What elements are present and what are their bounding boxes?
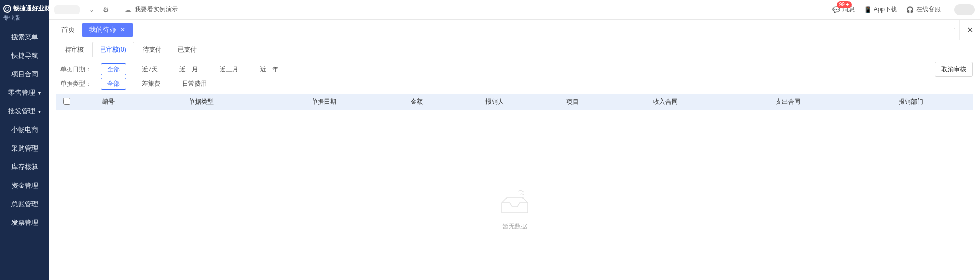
col-expense-contract: 支出合同 (727, 94, 850, 110)
tab-home[interactable]: 首页 (54, 23, 82, 37)
sidebar-item-finance[interactable]: 资金管理 (0, 176, 49, 195)
filter-date-label: 单据日期： (56, 65, 91, 74)
brand-name: 畅捷通好业财 (13, 4, 51, 13)
todo-table: 编号 单据类型 单据日期 金额 报销人 项目 收入合同 支出合同 报销部门 (56, 94, 973, 110)
topbar: ⌄ ⚙ ☁ 我要看实例演示 💬 消息 99 + 📱 App下载 🎧 在线客服 (49, 0, 980, 20)
demo-link[interactable]: ☁ 我要看实例演示 (124, 5, 178, 14)
filters: 单据日期： 全部 近7天 近一月 近三月 近一年 取消审核 单据类型： 全部 差… (49, 58, 980, 91)
col-doc-date: 单据日期 (263, 94, 385, 110)
brand-block: 畅捷通好业财 专业版 (0, 0, 49, 24)
demo-link-label: 我要看实例演示 (135, 5, 178, 14)
page-tabs: 首页 我的待办 ✕ ⋮⋮ ✕ (49, 20, 980, 40)
subtab-audited[interactable]: 已审核(0) (92, 42, 134, 57)
type-chip-all[interactable]: 全部 (101, 78, 126, 90)
col-dept: 报销部门 (850, 94, 972, 110)
sidebar-item-contracts[interactable]: 项目合同 (0, 65, 49, 84)
sidebar-item-retail[interactable]: 零售管理▾ (0, 84, 49, 102)
sidebar-items: 搜索菜单 快捷导航 项目合同 零售管理▾ 批发管理▾ 小畅电商 采购管理 库存核… (0, 24, 49, 280)
type-chip-daily[interactable]: 日常费用 (176, 78, 213, 89)
messages-button[interactable]: 💬 消息 99 + (832, 5, 855, 14)
mobile-icon: 📱 (864, 6, 872, 13)
col-project: 项目 (541, 94, 604, 110)
topbar-actions: 💬 消息 99 + 📱 App下载 🎧 在线客服 (832, 4, 975, 15)
close-icon[interactable]: ✕ (120, 26, 125, 34)
date-chip-1y[interactable]: 近一年 (254, 64, 285, 75)
sidebar-item-invoice[interactable]: 发票管理 (0, 213, 49, 232)
empty-state: 暂无数据 (56, 187, 973, 231)
sidebar-item-ecommerce[interactable]: 小畅电商 (0, 121, 49, 139)
org-selector[interactable]: ⌄ ⚙ (54, 5, 109, 14)
type-chip-travel[interactable]: 差旅费 (136, 78, 167, 89)
cloud-icon: ☁ (124, 6, 132, 14)
divider (117, 5, 117, 14)
subtab-pending-pay[interactable]: 待支付 (135, 42, 169, 57)
cancel-audit-button[interactable]: 取消审核 (935, 62, 973, 77)
col-amount: 金额 (386, 94, 449, 110)
sidebar-item-ledger[interactable]: 总账管理 (0, 195, 49, 213)
subtab-paid[interactable]: 已支付 (170, 42, 204, 57)
chevron-down-icon: ▾ (38, 109, 41, 114)
col-doc-type: 单据类型 (140, 94, 263, 110)
col-income-contract: 收入合同 (604, 94, 727, 110)
date-chip-1m[interactable]: 近一月 (173, 64, 204, 75)
date-chip-3m[interactable]: 近三月 (214, 64, 244, 75)
empty-text: 暂无数据 (502, 222, 527, 231)
tabs-close-all[interactable]: ✕ (959, 20, 980, 40)
empty-box-icon (497, 187, 533, 218)
tab-my-todo[interactable]: 我的待办 ✕ (82, 23, 133, 37)
tabs-drag-handle[interactable]: ⋮⋮ (954, 20, 959, 40)
date-chip-all[interactable]: 全部 (101, 63, 126, 75)
sidebar-item-wholesale[interactable]: 批发管理▾ (0, 102, 49, 121)
sidebar-item-search[interactable]: 搜索菜单 (0, 28, 49, 46)
avatar[interactable] (954, 4, 975, 15)
subtab-pending-audit[interactable]: 待审核 (57, 42, 91, 57)
messages-badge: 99 + (837, 1, 852, 8)
support-button[interactable]: 🎧 在线客服 (906, 5, 941, 14)
col-check (57, 94, 77, 110)
filter-type-label: 单据类型： (56, 79, 91, 88)
headset-icon: 🎧 (906, 6, 914, 13)
sidebar-item-purchase[interactable]: 采购管理 (0, 139, 49, 158)
gear-icon[interactable]: ⚙ (103, 6, 109, 14)
sidebar-item-inventory[interactable]: 库存核算 (0, 158, 49, 176)
table-wrap: 编号 单据类型 单据日期 金额 报销人 项目 收入合同 支出合同 报销部门 (49, 91, 980, 231)
main-region: ⌄ ⚙ ☁ 我要看实例演示 💬 消息 99 + 📱 App下载 🎧 在线客服 (49, 0, 980, 280)
app-download-button[interactable]: 📱 App下载 (864, 5, 897, 14)
brand-edition: 专业版 (3, 14, 46, 22)
col-claimant: 报销人 (448, 94, 541, 110)
sidebar: 畅捷通好业财 专业版 搜索菜单 快捷导航 项目合同 零售管理▾ 批发管理▾ 小畅… (0, 0, 49, 280)
sidebar-item-quicknav[interactable]: 快捷导航 (0, 46, 49, 65)
brand-logo-icon (3, 5, 11, 13)
status-tabs: 待审核 已审核(0) 待支付 已支付 (52, 42, 977, 58)
select-all-checkbox[interactable] (63, 98, 70, 105)
date-chip-7d[interactable]: 近7天 (136, 64, 164, 75)
chevron-down-icon: ⌄ (89, 6, 94, 13)
org-name-placeholder (54, 5, 80, 14)
chevron-down-icon: ▾ (38, 90, 41, 96)
col-number: 编号 (77, 94, 140, 110)
